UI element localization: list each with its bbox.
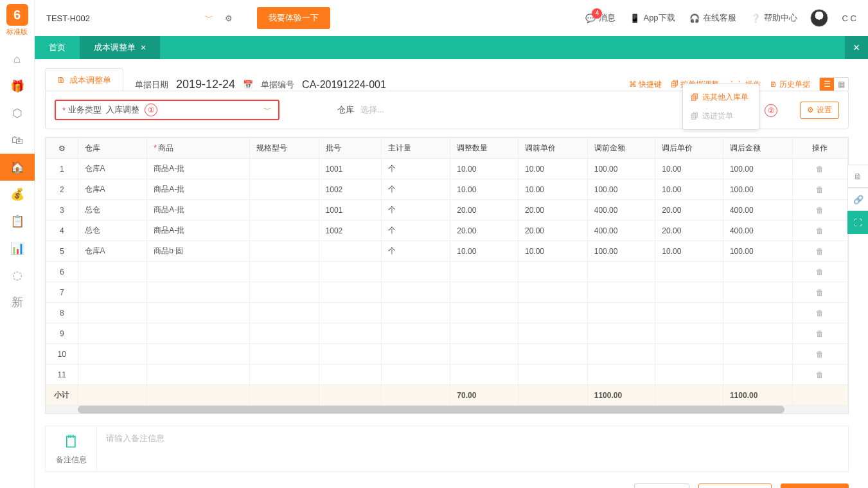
cell-warehouse[interactable]: 仓库A <box>78 159 147 179</box>
delete-icon[interactable]: 🗑 <box>816 370 824 379</box>
cell-spec[interactable] <box>249 221 319 241</box>
cell-price-before[interactable]: 10.00 <box>518 159 587 179</box>
cell-warehouse[interactable]: 仓库A <box>78 179 147 200</box>
warehouse-input[interactable]: 选择... <box>360 104 527 116</box>
header-help[interactable]: ❔帮助中心 <box>750 12 797 24</box>
popup-other-inbound[interactable]: 🗐 选其他入库单 <box>683 88 759 107</box>
cell-product[interactable] <box>147 323 250 344</box>
cell-price-after[interactable] <box>655 344 723 365</box>
nav-money-icon[interactable]: 💰 <box>0 181 35 208</box>
table-row[interactable]: 11🗑 <box>46 365 848 385</box>
cell-amt-before[interactable] <box>587 365 655 385</box>
discard-button[interactable]: 放弃 <box>634 483 689 488</box>
cell-spec[interactable] <box>249 200 319 221</box>
float-link-icon[interactable]: 🔗 <box>847 188 868 211</box>
delete-icon[interactable]: 🗑 <box>816 267 824 276</box>
cell-batch[interactable]: 1002 <box>319 221 381 241</box>
delete-icon[interactable]: 🗑 <box>816 185 824 194</box>
cell-batch[interactable] <box>319 282 381 303</box>
cell-batch[interactable] <box>319 241 381 262</box>
cell-spec[interactable] <box>249 179 319 200</box>
cell-amt-after[interactable] <box>723 303 792 323</box>
close-icon[interactable]: × <box>141 42 146 53</box>
cell-price-before[interactable] <box>518 262 587 282</box>
view-list-icon[interactable]: ☰ <box>820 78 834 91</box>
float-note-icon[interactable]: 🗎 <box>847 165 868 188</box>
cell-price-before[interactable] <box>518 323 587 344</box>
h-scrollbar[interactable] <box>46 406 848 413</box>
cell-amt-before[interactable] <box>587 262 655 282</box>
cell-amt-before[interactable] <box>587 344 655 365</box>
trial-button[interactable]: 我要体验一下 <box>257 7 330 29</box>
cell-qty[interactable] <box>450 323 518 344</box>
cell-price-before[interactable]: 10.00 <box>518 179 587 200</box>
cell-price-after[interactable] <box>655 365 723 385</box>
cell-warehouse[interactable] <box>78 323 147 344</box>
table-row[interactable]: 9🗑 <box>46 323 848 344</box>
header-support[interactable]: 🎧在线客服 <box>689 12 736 24</box>
cell-amt-before[interactable]: 400.00 <box>587 200 655 221</box>
save-draft-button[interactable]: 保存草稿 <box>698 483 772 488</box>
cell-warehouse[interactable] <box>78 303 147 323</box>
table-row[interactable]: 8🗑 <box>46 303 848 323</box>
cell-price-after[interactable] <box>655 303 723 323</box>
settings-button[interactable]: ⚙ 设置 <box>800 102 839 119</box>
cell-price-after[interactable]: 20.00 <box>655 200 723 221</box>
cell-price-after[interactable]: 10.00 <box>655 241 723 262</box>
header-username[interactable]: C C <box>842 14 856 23</box>
cell-price-after[interactable]: 20.00 <box>655 221 723 241</box>
cell-spec[interactable] <box>249 262 319 282</box>
float-expand-icon[interactable]: ⛶ <box>847 211 868 234</box>
cell-qty[interactable]: 10.00 <box>450 241 518 262</box>
cell-spec[interactable] <box>249 365 319 385</box>
cell-warehouse[interactable]: 总仓 <box>78 200 147 221</box>
cell-product[interactable] <box>147 303 250 323</box>
nav-new-icon[interactable]: 新 <box>0 289 35 316</box>
delete-icon[interactable]: 🗑 <box>816 350 824 359</box>
nav-bag-icon[interactable]: 🛍 <box>0 127 35 154</box>
cell-spec[interactable] <box>249 159 319 179</box>
cell-warehouse[interactable] <box>78 365 147 385</box>
delete-icon[interactable]: 🗑 <box>816 165 824 174</box>
cell-amt-after[interactable]: 100.00 <box>723 241 792 262</box>
cell-unit[interactable] <box>381 365 450 385</box>
cell-amt-before[interactable]: 100.00 <box>587 159 655 179</box>
table-row[interactable]: 2仓库A商品A-批1002个10.0010.00100.0010.00100.0… <box>46 179 848 200</box>
cell-warehouse[interactable]: 总仓 <box>78 221 147 241</box>
cell-unit[interactable] <box>381 282 450 303</box>
nav-house-icon[interactable]: ⬡ <box>0 100 35 127</box>
cell-amt-after[interactable] <box>723 282 792 303</box>
popup-purchase[interactable]: 🗐 选进货单 <box>683 107 759 125</box>
cell-amt-after[interactable] <box>723 323 792 344</box>
delete-icon[interactable]: 🗑 <box>816 309 824 318</box>
cell-warehouse[interactable] <box>78 262 147 282</box>
table-row[interactable]: 7🗑 <box>46 282 848 303</box>
remark-input[interactable]: 请输入备注信息 <box>97 426 848 471</box>
cell-price-after[interactable] <box>655 262 723 282</box>
cell-amt-before[interactable]: 100.00 <box>587 179 655 200</box>
cell-batch[interactable]: 1001 <box>319 200 381 221</box>
cell-qty[interactable] <box>450 303 518 323</box>
cell-amt-before[interactable]: 100.00 <box>587 241 655 262</box>
cell-qty[interactable]: 20.00 <box>450 221 518 241</box>
cell-price-before[interactable] <box>518 344 587 365</box>
cell-batch[interactable]: 1001 <box>319 159 381 179</box>
cell-spec[interactable] <box>249 323 319 344</box>
cell-amt-after[interactable] <box>723 365 792 385</box>
table-row[interactable]: 1仓库A商品A-批1001个10.0010.00100.0010.00100.0… <box>46 159 848 179</box>
cell-amt-before[interactable] <box>587 282 655 303</box>
col-config-icon[interactable]: ⚙ <box>46 138 78 159</box>
cell-unit[interactable] <box>381 303 450 323</box>
cell-price-before[interactable] <box>518 303 587 323</box>
tab-cost-adjust[interactable]: 成本调整单 × <box>80 36 160 59</box>
cell-qty[interactable] <box>450 282 518 303</box>
nav-clipboard-icon[interactable]: 📋 <box>0 208 35 235</box>
cell-price-after[interactable] <box>655 323 723 344</box>
cell-amt-after[interactable]: 100.00 <box>723 179 792 200</box>
nav-report-icon[interactable]: 📊 <box>0 235 35 262</box>
view-grid-icon[interactable]: ▦ <box>834 78 848 91</box>
cell-qty[interactable] <box>450 365 518 385</box>
doc-tab[interactable]: 🗎 成本调整单 <box>45 68 123 91</box>
nav-home-icon[interactable]: ⌂ <box>0 46 35 73</box>
cell-unit[interactable]: 个 <box>381 200 450 221</box>
